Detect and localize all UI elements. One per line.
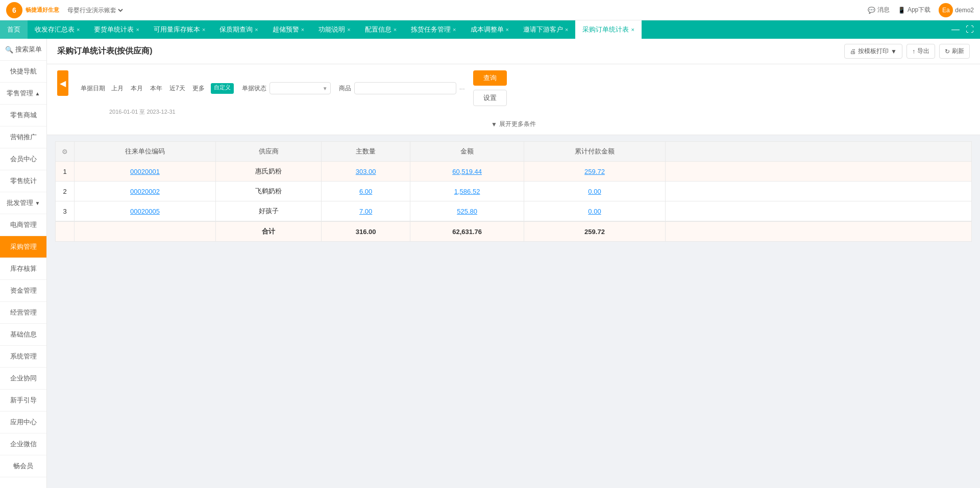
row1-qty-link[interactable]: 303.00 bbox=[356, 168, 376, 175]
tab-invite-close[interactable]: × bbox=[565, 27, 568, 33]
sidebar-item-ops[interactable]: 经营管理 bbox=[0, 302, 46, 324]
row1-paid-link[interactable]: 259.72 bbox=[584, 168, 605, 175]
tab-demand-close[interactable]: × bbox=[136, 27, 139, 33]
user-area[interactable]: Ea demo2 bbox=[939, 3, 974, 17]
row3-amount-link[interactable]: 525.80 bbox=[457, 208, 477, 215]
sidebar-item-retail-stat[interactable]: 零售统计 bbox=[0, 170, 46, 192]
expand-down-icon: ▼ bbox=[491, 121, 497, 128]
tab-minimize-icon[interactable]: — bbox=[949, 23, 962, 36]
table-footer-row: 合计 316.00 62,631.76 259.72 bbox=[56, 221, 972, 242]
wholesale-expand-icon: ▼ bbox=[35, 200, 40, 206]
goods-more-icon[interactable]: ··· bbox=[459, 85, 465, 92]
footer-amount: 62,631.76 bbox=[410, 221, 524, 242]
tab-receive-summary-close[interactable]: × bbox=[77, 27, 80, 33]
industry-select[interactable]: 母婴行业演示账套 bbox=[65, 6, 125, 14]
row2-code-link[interactable]: 00020002 bbox=[130, 188, 160, 195]
tab-expiry-close[interactable]: × bbox=[255, 27, 258, 33]
tab-overstock[interactable]: 超储预警 × bbox=[265, 20, 311, 39]
row3-code: 00020005 bbox=[75, 201, 216, 222]
sidebar-item-retail[interactable]: 零售管理 ▲ bbox=[0, 83, 46, 105]
tab-purchase-summary[interactable]: 采购订单统计表 × bbox=[575, 20, 641, 39]
tab-config[interactable]: 配置信息 × bbox=[358, 20, 404, 39]
sidebar-item-stock[interactable]: 库存核算 bbox=[0, 258, 46, 280]
sidebar-item-system[interactable]: 系统管理 bbox=[0, 346, 46, 368]
sidebar-stock-label: 库存核算 bbox=[10, 264, 37, 273]
tab-home[interactable]: 首页 bbox=[0, 20, 28, 39]
sidebar-retail-label: 零售管理 bbox=[7, 89, 33, 98]
tab-invite[interactable]: 邀请下游客户 × bbox=[516, 20, 575, 39]
tab-function-close[interactable]: × bbox=[347, 27, 350, 33]
status-select-wrapper: ▼ bbox=[270, 82, 331, 94]
export-button[interactable]: ↑ 导出 bbox=[906, 44, 935, 59]
row2-amount: 1,586.52 bbox=[410, 182, 524, 201]
tab-purchase-close[interactable]: × bbox=[631, 27, 634, 33]
row2-supplier: 飞鹤奶粉 bbox=[215, 182, 321, 201]
col-paid: 累计付款金额 bbox=[524, 142, 665, 162]
query-button[interactable]: 查询 bbox=[473, 70, 507, 86]
sidebar-item-retail-mall[interactable]: 零售商城 bbox=[0, 105, 46, 126]
row3-code-link[interactable]: 00020005 bbox=[130, 208, 160, 215]
sidebar-item-member[interactable]: 会员中心 bbox=[0, 148, 46, 170]
tab-pick-task[interactable]: 拣货任务管理 × bbox=[404, 20, 463, 39]
tab-cost-close[interactable]: × bbox=[506, 27, 509, 33]
date-filter-label: 单据日期 bbox=[81, 84, 105, 93]
phone-icon: 📱 bbox=[898, 7, 905, 14]
tab-config-close[interactable]: × bbox=[394, 27, 397, 33]
sidebar-item-newbie[interactable]: 新手引导 bbox=[0, 390, 46, 412]
tab-available-stock[interactable]: 可用量库存账本 × bbox=[146, 20, 212, 39]
row2-qty-link[interactable]: 6.00 bbox=[359, 188, 372, 195]
industry-selector[interactable]: 母婴行业演示账套 bbox=[65, 6, 868, 14]
refresh-button[interactable]: ↻ 刷新 bbox=[939, 44, 970, 59]
tab-function[interactable]: 功能说明 × bbox=[311, 20, 357, 39]
shortcut-last-month[interactable]: 上月 bbox=[108, 83, 127, 94]
sidebar-item-app-center[interactable]: 应用中心 bbox=[0, 412, 46, 433]
table-header-row: ⚙ 往来单位编码 供应商 主数量 金额 累计付款金额 bbox=[56, 142, 972, 162]
sidebar-item-wholesale[interactable]: 批发管理 ▼ bbox=[0, 192, 46, 214]
tab-expiry-query[interactable]: 保质期查询 × bbox=[212, 20, 265, 39]
shortcut-this-year[interactable]: 本年 bbox=[147, 83, 165, 94]
row3-paid-link[interactable]: 0.00 bbox=[588, 208, 601, 215]
shortcut-7days[interactable]: 近7天 bbox=[166, 83, 188, 94]
sidebar-item-vip[interactable]: 畅会员 bbox=[0, 455, 46, 477]
row2-amount-link[interactable]: 1,586.52 bbox=[454, 188, 480, 195]
row1-amount-link[interactable]: 60,519.44 bbox=[452, 168, 482, 175]
expand-button[interactable]: ▼ 展开更多条件 bbox=[491, 120, 536, 129]
sidebar-item-ecommerce[interactable]: 电商管理 bbox=[0, 214, 46, 236]
sidebar-item-marketing[interactable]: 营销推广 bbox=[0, 126, 46, 148]
tab-pick-task-close[interactable]: × bbox=[453, 27, 456, 33]
footer-extra bbox=[666, 221, 972, 242]
col-qty: 主数量 bbox=[322, 142, 410, 162]
sidebar-item-finance[interactable]: 资金管理 bbox=[0, 280, 46, 302]
goods-input[interactable] bbox=[354, 82, 456, 94]
tab-overstock-close[interactable]: × bbox=[301, 27, 304, 33]
tab-config-label: 配置信息 bbox=[365, 25, 391, 34]
sidebar-item-purchase[interactable]: 采购管理 bbox=[0, 236, 46, 258]
sidebar-item-quick-nav[interactable]: 快捷导航 bbox=[0, 61, 46, 83]
column-settings-icon[interactable]: ⚙ bbox=[62, 148, 68, 156]
setting-button[interactable]: 设置 bbox=[473, 90, 507, 106]
logo-char: 6 bbox=[12, 6, 16, 14]
row3-qty: 7.00 bbox=[322, 201, 410, 222]
message-btn[interactable]: 💬 消息 bbox=[868, 6, 890, 14]
sidebar-item-enterprise[interactable]: 企业协同 bbox=[0, 368, 46, 390]
shortcut-this-month[interactable]: 本月 bbox=[128, 83, 146, 94]
tab-fullscreen-icon[interactable]: ⛶ bbox=[964, 23, 976, 36]
sidebar-item-wechat[interactable]: 企业微信 bbox=[0, 433, 46, 455]
print-button[interactable]: 🖨 按模板打印 ▼ bbox=[844, 44, 902, 59]
goods-filter-label: 商品 bbox=[339, 84, 351, 93]
row2-paid-link[interactable]: 0.00 bbox=[588, 188, 601, 195]
sidebar-item-search[interactable]: 🔍 搜索菜单 bbox=[0, 39, 46, 61]
sidebar-item-basic[interactable]: 基础信息 bbox=[0, 324, 46, 346]
tab-cost-adjust[interactable]: 成本调整单 × bbox=[463, 20, 516, 39]
expand-label: 展开更多条件 bbox=[499, 120, 536, 129]
row3-qty-link[interactable]: 7.00 bbox=[359, 208, 372, 215]
row1-code-link[interactable]: 00020001 bbox=[130, 168, 160, 175]
tab-demand-summary[interactable]: 要货单统计表 × bbox=[87, 20, 146, 39]
shortcut-more[interactable]: 更多 bbox=[189, 83, 208, 94]
tab-receive-summary[interactable]: 收发存汇总表 × bbox=[28, 20, 87, 39]
status-select[interactable] bbox=[270, 82, 331, 94]
filter-toggle-arrow[interactable]: ◀ bbox=[57, 70, 68, 96]
app-download-btn[interactable]: 📱 App下载 bbox=[898, 6, 930, 14]
tab-available-stock-close[interactable]: × bbox=[202, 27, 205, 33]
sidebar-retail-mall-label: 零售商城 bbox=[10, 111, 37, 120]
